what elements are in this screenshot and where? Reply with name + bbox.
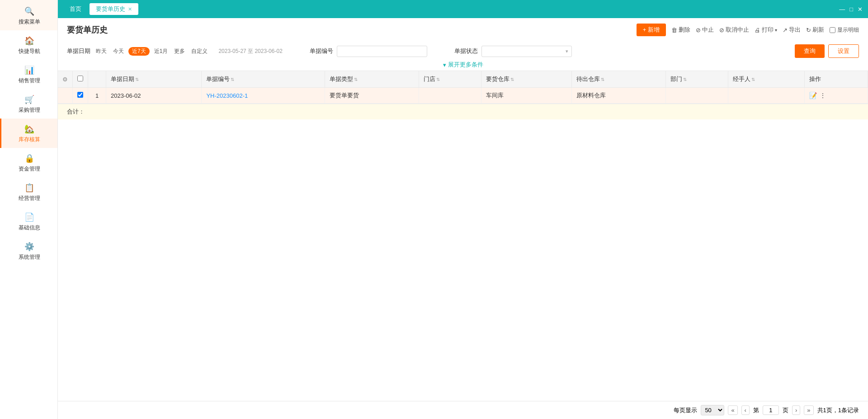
tab-close-icon[interactable]: ✕ [128, 6, 132, 12]
doc-no-link[interactable]: YH-20230602-1 [206, 92, 248, 99]
show-detail-toggle[interactable]: 显示明细 [830, 26, 859, 34]
col-settings[interactable]: ⚙ [58, 71, 73, 88]
sidebar-item-label: 采购管理 [19, 106, 40, 114]
delete-button[interactable]: 🗑 删除 [671, 26, 690, 34]
sidebar-item-purchase[interactable]: 🛒 采购管理 [0, 89, 57, 119]
print-button[interactable]: 🖨 打印 ▾ [755, 26, 777, 34]
doc-no-label: 单据编号 [310, 47, 333, 55]
more-icon[interactable]: ⋮ [820, 92, 826, 99]
print-icon: 🖨 [755, 27, 760, 33]
sidebar-item-label: 搜索菜单 [19, 18, 40, 26]
show-detail-checkbox[interactable] [830, 27, 835, 33]
sidebar-item-system[interactable]: ⚙️ 系统管理 [0, 236, 57, 266]
date-btn-more[interactable]: 更多 [172, 47, 187, 56]
per-page-label: 每页显示 [674, 406, 697, 414]
next-page-btn[interactable]: › [792, 405, 800, 415]
date-buttons: 昨天 今天 近7天 近1月 更多 自定义 [94, 47, 209, 56]
query-button[interactable]: 查询 [795, 44, 825, 58]
purchase-icon: 🛒 [24, 95, 34, 105]
sidebar: 🔍 搜索菜单 🏠 快捷导航 📊 销售管理 🛒 采购管理 🏡 库存核算 🔒 资金管… [0, 0, 58, 419]
cancel-stop-button[interactable]: ⊘ 取消中止 [719, 26, 749, 34]
sidebar-item-inventory[interactable]: 🏡 库存核算 [0, 119, 57, 148]
refresh-button[interactable]: ↻ 刷新 [806, 26, 824, 34]
col-pending-warehouse[interactable]: 待出仓库⇅ [572, 71, 666, 88]
finance-icon: 🔒 [24, 153, 34, 163]
window-minimize-btn[interactable]: — [839, 6, 845, 13]
row-settings [58, 88, 73, 104]
row-doc-no[interactable]: YH-20230602-1 [202, 88, 325, 104]
col-doc-date[interactable]: 单据日期⇅ [106, 71, 202, 88]
edit-icon[interactable]: 📝 [809, 92, 817, 99]
date-btn-custom[interactable]: 自定义 [189, 47, 209, 56]
date-filter-label: 单据日期 [67, 47, 90, 55]
show-detail-label: 显示明细 [837, 26, 859, 34]
row-department [665, 88, 728, 104]
total-info: 共1页，1条记录 [817, 406, 859, 414]
pagination: 每页显示 10 20 50 100 « ‹ 第 页 › » 共1页，1条记录 [58, 401, 868, 419]
prev-page-btn[interactable]: ‹ [741, 405, 750, 415]
new-button[interactable]: + 新增 [637, 24, 666, 36]
doc-status-wrapper [481, 46, 572, 57]
col-department[interactable]: 部门⇅ [665, 71, 728, 88]
window-close-btn[interactable]: ✕ [858, 6, 863, 13]
tab-requisition-history-label: 要货单历史 [96, 5, 125, 13]
window-maximize-btn[interactable]: □ [849, 6, 853, 13]
doc-status-label: 单据状态 [454, 47, 478, 55]
sidebar-item-label: 经营管理 [19, 195, 40, 202]
page-header: 要货单历史 + 新增 🗑 删除 ⊘ 中止 ⊘ 取消中止 [58, 18, 868, 71]
col-handler[interactable]: 经手人⇅ [728, 71, 804, 88]
content-area: 要货单历史 + 新增 🗑 删除 ⊘ 中止 ⊘ 取消中止 [58, 18, 868, 419]
settings-button[interactable]: 设置 [828, 44, 859, 58]
date-btn-yesterday[interactable]: 昨天 [94, 47, 108, 56]
doc-status-select[interactable] [481, 46, 572, 57]
system-icon: ⚙️ [24, 242, 34, 252]
last-page-btn[interactable]: » [804, 405, 813, 415]
per-page-select[interactable]: 10 20 50 100 [701, 405, 724, 415]
col-store[interactable]: 门店⇅ [419, 71, 481, 88]
expand-filter-btn[interactable]: ▾ 展开更多条件 [443, 61, 483, 69]
table-container: ⚙ 单据日期⇅ 单据编号⇅ 单据类型⇅ 门店⇅ 要货仓库⇅ 待出仓库⇅ 部门⇅ … [58, 71, 868, 401]
row-req-warehouse: 车间库 [481, 88, 572, 104]
sidebar-item-finance[interactable]: 🔒 资金管理 [0, 148, 57, 177]
row-operation: 📝 ⋮ [804, 88, 868, 104]
row-doc-date: 2023-06-02 [106, 88, 202, 104]
col-checkbox [73, 71, 88, 88]
sidebar-item-operations[interactable]: 📋 经营管理 [0, 177, 57, 207]
table-row[interactable]: 1 2023-06-02 YH-20230602-1 要货单要货 车间库 原材料… [58, 88, 868, 104]
date-btn-1month[interactable]: 近1月 [152, 47, 170, 56]
first-page-btn[interactable]: « [728, 405, 737, 415]
tab-requisition-history[interactable]: 要货单历史 ✕ [90, 3, 138, 15]
select-all-checkbox[interactable] [77, 76, 83, 81]
sidebar-item-basic-info[interactable]: 📄 基础信息 [0, 207, 57, 236]
row-doc-type: 要货单要货 [325, 88, 419, 104]
stop-button[interactable]: ⊘ 中止 [696, 26, 714, 34]
date-btn-today[interactable]: 今天 [111, 47, 126, 56]
col-doc-no[interactable]: 单据编号⇅ [202, 71, 325, 88]
date-range-display: 2023-05-27 至 2023-06-02 [218, 48, 282, 55]
row-num: 1 [88, 88, 106, 104]
date-btn-7days[interactable]: 近7天 [128, 47, 150, 56]
operations-icon: 📋 [24, 183, 34, 193]
refresh-icon: ↻ [806, 27, 811, 33]
tab-home[interactable]: 首页 [63, 3, 88, 15]
sidebar-item-quick-nav[interactable]: 🏠 快捷导航 [0, 30, 57, 60]
quick-nav-icon: 🏠 [24, 36, 34, 46]
col-doc-type[interactable]: 单据类型⇅ [325, 71, 419, 88]
table-footer: 合计： [58, 104, 868, 119]
topbar-controls: — □ ✕ [839, 6, 863, 13]
sidebar-item-label: 销售管理 [19, 77, 40, 85]
row-pending-warehouse: 原材料仓库 [572, 88, 666, 104]
sidebar-item-label: 系统管理 [19, 253, 40, 261]
col-req-warehouse[interactable]: 要货仓库⇅ [481, 71, 572, 88]
doc-no-input[interactable] [337, 46, 427, 57]
data-table: ⚙ 单据日期⇅ 单据编号⇅ 单据类型⇅ 门店⇅ 要货仓库⇅ 待出仓库⇅ 部门⇅ … [58, 71, 868, 104]
sidebar-item-search-menu[interactable]: 🔍 搜索菜单 [0, 0, 57, 30]
cancel-stop-icon: ⊘ [719, 27, 724, 33]
row-checkbox[interactable] [73, 88, 88, 104]
sidebar-item-sales[interactable]: 📊 销售管理 [0, 60, 57, 89]
export-button[interactable]: ↗ 导出 [783, 26, 801, 34]
page-number-input[interactable] [763, 405, 779, 415]
main: 首页 要货单历史 ✕ — □ ✕ 要货单历史 + 新增 🗑 删除 [58, 0, 868, 419]
doc-status-filter: 单据状态 [454, 46, 572, 57]
row-select-checkbox[interactable] [77, 92, 83, 98]
